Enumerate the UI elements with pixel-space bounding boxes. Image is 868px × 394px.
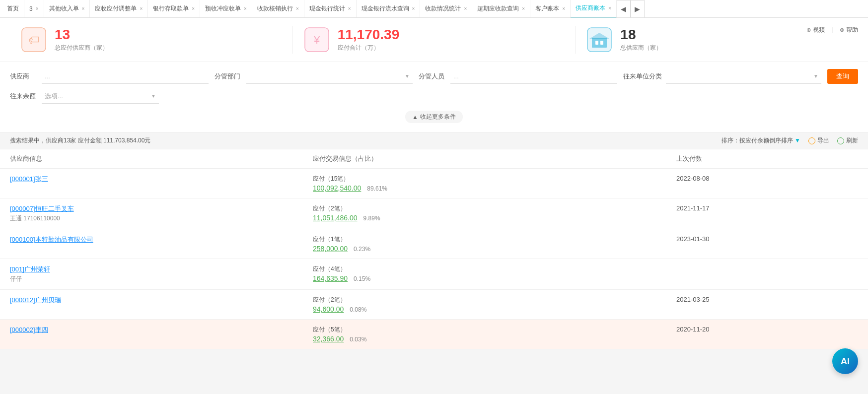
supplier-contact: 王通 17106110000 (10, 214, 313, 223)
tab-cash-bank-stat[interactable]: 现金银行统计 × (304, 0, 357, 18)
svg-text:🏷: 🏷 (28, 34, 39, 46)
last-pay-date: 2020-11-20 (676, 325, 710, 333)
close-icon[interactable]: × (412, 6, 415, 11)
transaction-cell: 应付（5笔） 32,366.00 0.03% (313, 326, 676, 343)
close-icon[interactable]: × (464, 6, 467, 11)
trans-amount[interactable]: 258,000.00 (313, 245, 348, 253)
close-icon[interactable]: × (140, 6, 143, 11)
table-body: [000001]张三 应付（15笔） 100,092,540.00 89.61%… (0, 169, 868, 349)
tab-cash-bank-flow[interactable]: 现金银行流水查询 × (357, 0, 421, 18)
filter-dept-label: 分管部门 (215, 72, 242, 81)
summary-item-ap-total: ¥ 11,170.39 应付合计（万） (293, 26, 576, 54)
table-header: 供应商信息 应付交易信息（占比） 上次付数 (0, 149, 868, 169)
close-icon[interactable]: × (36, 6, 39, 11)
tab-ar-ap-adjust[interactable]: 应收应付调整单 × (90, 0, 148, 18)
trans-percent: 0.23% (354, 246, 370, 253)
svg-text:¥: ¥ (313, 34, 320, 46)
close-icon[interactable]: × (348, 6, 351, 11)
close-icon[interactable]: × (296, 6, 299, 11)
header-lastpay: 上次付数 (676, 154, 858, 163)
export-button[interactable]: 导出 (808, 136, 829, 145)
tab-bank-deposit[interactable]: 银行存取款单 × (148, 0, 200, 18)
supplier-name-link[interactable]: [000002]李四 (10, 326, 313, 334)
last-pay-date: 2021-11-17 (676, 203, 710, 212)
supplier-input[interactable] (42, 69, 209, 84)
collapse-arrow-icon: ▲ (412, 114, 418, 121)
supplier-name-link[interactable]: [001]广州荣轩 (10, 265, 313, 274)
last-pay-date: 2023-01-30 (676, 234, 710, 243)
ap-total-amount: 11,170.39 (338, 28, 400, 42)
transaction-cell: 应付（1笔） 258,000.00 0.23% (313, 235, 676, 253)
supplier-name-link[interactable]: [000007]恒旺二手叉车 (10, 204, 313, 213)
table-row: [000012]广州贝瑞 应付（2笔） 94,600.00 0.08% 2021… (0, 290, 868, 320)
trans-percent: 9.89% (363, 215, 380, 222)
filter-person: 分管人员 (419, 69, 617, 84)
trans-label: 应付（1笔） (313, 235, 676, 244)
query-button[interactable]: 查询 (827, 69, 858, 84)
close-icon[interactable]: × (522, 6, 525, 11)
tab-collection-stat[interactable]: 收款情况统计 × (420, 0, 472, 18)
svg-rect-6 (595, 41, 598, 45)
supplier-name-link[interactable]: [000001]张三 (10, 175, 313, 184)
tab-3[interactable]: 3 × (24, 0, 44, 18)
filter-person-label: 分管人员 (419, 72, 446, 81)
trans-amount[interactable]: 94,600.00 (313, 305, 344, 313)
last-pay-date: 2021-03-25 (676, 295, 710, 303)
lastpay-cell: 2023-01-30 (676, 235, 858, 243)
svg-rect-9 (592, 38, 607, 39)
close-icon[interactable]: × (562, 6, 565, 11)
balance-select[interactable]: 选项... ▼ (42, 89, 159, 104)
trans-amount[interactable]: 11,051,486.00 (313, 214, 358, 222)
trans-amount[interactable]: 164,635.90 (313, 274, 348, 282)
table-row: [000002]李四 应付（5笔） 32,366.00 0.03% 2020-1… (0, 320, 868, 349)
trans-amount[interactable]: 100,092,540.00 (313, 184, 361, 192)
department-select[interactable]: ▼ (246, 69, 413, 84)
filter-row-1: 供应商 分管部门 ▼ 分管人员 往来单位分类 ▼ 查询 (10, 69, 858, 84)
collapse-button-container: ▲ 收起更多条件 (10, 109, 858, 127)
tab-other-income[interactable]: 其他收入单 × (44, 0, 90, 18)
close-icon[interactable]: × (244, 6, 247, 11)
tab-collection-exec[interactable]: 收款核销执行 × (252, 0, 304, 18)
tab-customer-ledger[interactable]: 客户账本 × (530, 0, 571, 18)
trans-amount[interactable]: 32,366.00 (313, 335, 344, 343)
store-icon (585, 26, 613, 54)
trans-label: 应付（2笔） (313, 204, 676, 213)
video-link[interactable]: ⊙ 视频 (806, 26, 825, 33)
trans-percent: 0.03% (350, 336, 366, 343)
dropdown-arrow-balance: ▼ (151, 93, 156, 99)
transaction-cell: 应付（2笔） 94,600.00 0.08% (313, 296, 676, 313)
sort-label[interactable]: 排序：按应付余额倒序排序 ▼ (722, 136, 800, 145)
person-input[interactable] (450, 69, 617, 84)
tab-home[interactable]: 首页 (2, 0, 24, 18)
table-row: [000007]恒旺二手叉车 王通 17106110000 应付（2笔） 11,… (0, 198, 868, 229)
filter-department: 分管部门 ▼ (215, 69, 413, 84)
supplier-name-link[interactable]: [000012]广州贝瑞 (10, 296, 313, 305)
tab-overdue-ar[interactable]: 超期应收款查询 × (472, 0, 530, 18)
close-icon[interactable]: × (192, 6, 195, 11)
nav-prev-arrow[interactable]: ◀ (617, 0, 631, 18)
collapse-toggle[interactable]: ▲ 收起更多条件 (405, 111, 463, 123)
filter-balance: 往来余额 选项... ▼ (10, 89, 159, 104)
supplier-name-link[interactable]: [000100]本特勤油品有限公司 (10, 235, 313, 244)
filter-unit-label: 往来单位分类 (623, 72, 662, 81)
help-link[interactable]: ⊙ 帮助 (840, 26, 858, 33)
refresh-button[interactable]: 刷新 (837, 136, 858, 145)
supplier-contact: 仔仔 (10, 275, 313, 283)
lastpay-cell: 2021-11-17 (676, 204, 858, 212)
close-icon[interactable]: × (82, 6, 85, 11)
tab-supplier-ledger[interactable]: 供应商账本 × (571, 0, 617, 18)
result-actions: 排序：按应付余额倒序排序 ▼ 导出 刷新 (722, 136, 858, 145)
trans-percent: 0.08% (350, 306, 366, 313)
table-row: [001]广州荣轩 仔仔 应付（4笔） 164,635.90 0.15% (0, 259, 868, 290)
help-links: ⊙ 视频 | ⊙ 帮助 (801, 26, 859, 34)
table-row: [000100]本特勤油品有限公司 应付（1笔） 258,000.00 0.23… (0, 229, 868, 259)
tab-prepay-offset[interactable]: 预收冲应收单 × (200, 0, 252, 18)
transaction-cell: 应付（15笔） 100,092,540.00 89.61% (313, 175, 676, 192)
unit-type-select[interactable]: ▼ (666, 69, 822, 84)
header-transaction: 应付交易信息（占比） (313, 154, 676, 163)
supplier-cell: [000100]本特勤油品有限公司 (10, 235, 313, 244)
sort-dropdown-arrow[interactable]: ▼ (795, 137, 800, 144)
dropdown-arrow-unit: ▼ (813, 73, 818, 79)
nav-next-arrow[interactable]: ▶ (631, 0, 645, 18)
close-icon[interactable]: × (608, 5, 611, 11)
